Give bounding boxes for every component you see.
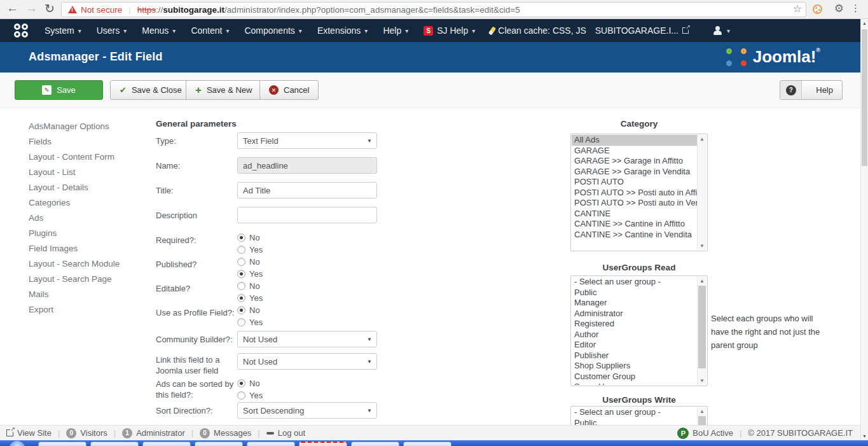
logout-link[interactable]: Log out — [260, 428, 312, 438]
listbox-option[interactable]: CANTINE >> Cantine in Vendita — [572, 230, 697, 240]
listbox-option[interactable]: POSTI AUTO >> Posti auto in Affitto — [572, 188, 697, 199]
required-yes-radio[interactable] — [237, 246, 245, 254]
listbox-option[interactable]: Administrator — [572, 309, 697, 319]
title-input[interactable] — [237, 182, 377, 199]
topnav-menu-item[interactable]: System▾ — [37, 19, 89, 42]
sidebar-item[interactable]: Fields — [29, 134, 149, 150]
start-button-icon[interactable] — [9, 441, 25, 446]
sidebar-item[interactable]: Mails — [29, 287, 149, 302]
listbox-scrollbar[interactable]: ▲ ▼ — [697, 135, 706, 250]
messages-status[interactable]: 0 Messages — [193, 428, 258, 438]
listbox-scrollbar[interactable]: ▲ ▼ — [697, 277, 706, 385]
topnav-menu-item[interactable]: Extensions▾ — [310, 19, 376, 42]
sidebar-item[interactable]: Layout - List — [29, 165, 149, 180]
scrollbar-thumb[interactable] — [698, 286, 706, 368]
page-scrollbar[interactable]: ▲ ▼ — [860, 19, 868, 440]
scrollbar-thumb[interactable] — [862, 29, 867, 166]
cookie-extension-icon[interactable] — [813, 4, 822, 14]
profile-no-radio[interactable] — [237, 306, 245, 314]
published-no-radio[interactable] — [237, 258, 245, 266]
usergroups-read-listbox[interactable]: - Select an user group -PublicManagerAdm… — [570, 275, 708, 386]
save-close-button[interactable]: ✔ Save & Close — [110, 80, 191, 100]
editable-yes-radio[interactable] — [237, 294, 245, 302]
bookmark-star-icon[interactable]: ☆ — [793, 3, 802, 15]
sj-help-menu[interactable]: S SJ Help ▾ — [416, 19, 483, 42]
community-builder-select[interactable]: Not Used▼ — [237, 331, 377, 347]
sidebar-item[interactable]: Categories — [29, 195, 149, 211]
category-listbox[interactable]: All AdsGARAGEGARAGE >> Garage in Affitto… — [570, 134, 708, 251]
scroll-down-icon[interactable]: ▼ — [698, 378, 706, 384]
user-menu[interactable]: ▾ — [705, 19, 738, 42]
type-select[interactable]: Text Field▼ — [237, 132, 377, 149]
listbox-option[interactable]: GARAGE >> Garage in Affitto — [572, 156, 697, 167]
sidebar-item[interactable]: Export — [29, 302, 149, 317]
topnav-menu-item[interactable]: Components▾ — [237, 19, 309, 42]
taskbar-button[interactable] — [247, 442, 295, 446]
topnav-menu-item[interactable]: Menus▾ — [134, 19, 183, 42]
taskbar-button[interactable] — [403, 442, 451, 446]
listbox-option[interactable]: CANTINE >> Cantine in Affitto — [572, 219, 697, 230]
listbox-option[interactable]: - Select an user group - — [572, 407, 697, 418]
listbox-option[interactable]: POSTI AUTO — [572, 177, 697, 188]
listbox-option[interactable]: - Select an user group - — [572, 277, 697, 288]
taskbar-button[interactable] — [195, 442, 243, 446]
topnav-menu-item[interactable]: Users▾ — [89, 19, 135, 42]
description-input[interactable] — [237, 207, 377, 223]
scroll-down-icon[interactable]: ▼ — [861, 434, 868, 438]
sidebar-item[interactable]: Layout - Details — [29, 180, 149, 195]
listbox-option[interactable]: POSTI AUTO >> Posti auto in Vendita — [572, 198, 697, 209]
sidebar-item[interactable]: Ads — [29, 211, 149, 226]
joomla-user-field-select[interactable]: Not Used▼ — [237, 353, 377, 370]
sort-direction-select[interactable]: Sort Descending▼ — [237, 402, 377, 419]
listbox-option[interactable]: Author — [572, 330, 697, 340]
sidebar-item[interactable]: Layout - Content Form — [29, 150, 149, 165]
sortable-yes-radio[interactable] — [237, 391, 245, 400]
clean-cache-button[interactable]: Clean cache: CSS, JS — [483, 19, 594, 42]
sidebar-item[interactable]: Plugins — [29, 226, 149, 241]
taskbar-button[interactable] — [90, 442, 139, 446]
sidebar-item[interactable]: Layout - Search Page — [29, 272, 149, 287]
listbox-option[interactable]: Publisher — [572, 351, 697, 361]
listbox-option[interactable]: CANTINE — [572, 209, 697, 220]
listbox-option[interactable]: GARAGE — [572, 146, 697, 157]
listbox-option[interactable]: Editor — [572, 340, 697, 351]
reload-icon[interactable]: ↻ — [45, 1, 55, 16]
listbox-scrollbar[interactable]: ▲ — [697, 407, 706, 425]
listbox-option[interactable]: Public — [572, 418, 697, 426]
joomla-logo-icon[interactable] — [14, 24, 28, 38]
sidebar-item[interactable]: Field Images — [29, 241, 149, 256]
topnav-menu-item[interactable]: Help▾ — [375, 19, 416, 42]
save-button[interactable]: ✎ Save — [15, 80, 103, 100]
taskbar-button[interactable] — [142, 442, 191, 446]
taskbar-button[interactable] — [299, 442, 347, 446]
url-bar[interactable]: Not secure | https://subitogarage.it/adm… — [61, 2, 806, 17]
browser-menu-icon[interactable]: ⋮ — [851, 3, 860, 14]
help-button[interactable]: ? Help — [780, 80, 843, 100]
administrator-status[interactable]: 1 Administrator — [116, 428, 191, 438]
taskbar-button[interactable] — [38, 442, 86, 446]
visitors-status[interactable]: 0 Visitors — [60, 428, 113, 438]
gear-extension-icon[interactable]: ⚙ — [834, 2, 844, 15]
sortable-no-radio[interactable] — [237, 379, 245, 387]
published-yes-radio[interactable] — [237, 270, 245, 278]
profile-yes-radio[interactable] — [237, 318, 245, 326]
listbox-option[interactable]: Registered — [572, 319, 697, 330]
cancel-button[interactable]: ✕ Cancel — [259, 80, 319, 100]
view-site-link[interactable]: View Site — [0, 428, 58, 438]
listbox-option[interactable]: Shop Suppliers — [572, 361, 697, 372]
back-icon[interactable]: ← — [6, 1, 18, 15]
scroll-up-icon[interactable]: ▲ — [698, 136, 706, 142]
listbox-option[interactable]: Customer Group — [572, 372, 697, 382]
scroll-up-icon[interactable]: ▲ — [698, 278, 706, 284]
listbox-option[interactable]: Manager — [572, 298, 697, 309]
site-preview-link[interactable]: SUBITOGARAGE.I... — [588, 19, 696, 42]
taskbar-button[interactable] — [351, 442, 399, 446]
scroll-up-icon[interactable]: ▲ — [861, 21, 868, 25]
listbox-option[interactable]: Super Users — [572, 382, 697, 385]
scroll-down-icon[interactable]: ▼ — [698, 243, 706, 249]
scroll-up-icon[interactable]: ▲ — [698, 408, 706, 414]
bou-active-status[interactable]: P BoU Active — [677, 428, 733, 439]
topnav-menu-item[interactable]: Content▾ — [183, 19, 237, 42]
save-new-button[interactable]: + Save & New — [186, 80, 261, 100]
editable-no-radio[interactable] — [237, 282, 245, 290]
